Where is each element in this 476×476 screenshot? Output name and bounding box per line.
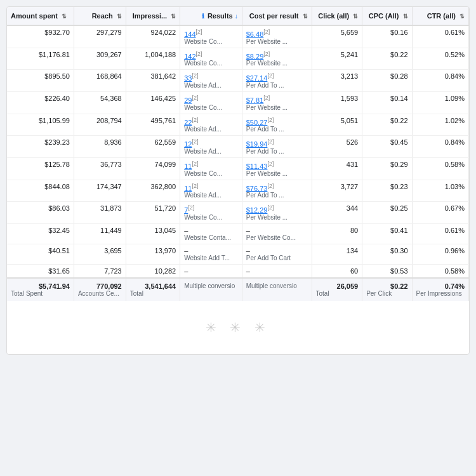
- cell-amount-0: $932.70: [7, 25, 74, 48]
- table-row: $125.78 36,773 74,099 11[2] Website Co..…: [7, 157, 469, 180]
- cost-link-6[interactable]: $11.43: [246, 162, 268, 170]
- info-icon: ℹ: [202, 13, 204, 20]
- cell-amount-10: $40.51: [7, 244, 74, 264]
- cell-ctr-7: 1.03%: [412, 180, 468, 202]
- cell-reach-10: 3,695: [74, 244, 126, 264]
- cell-cost-4: $50.27[2] Per Add To ...: [242, 114, 312, 136]
- cell-amount-6: $125.78: [7, 157, 74, 180]
- cell-results-0: 144[2] Website Co...: [180, 25, 242, 48]
- footer-amount-value: $5,741.94: [39, 282, 70, 290]
- cell-cost-5: $19.94[2] Per Add To ...: [242, 136, 312, 158]
- col-click-all[interactable]: Click (all) ⇅: [312, 7, 362, 25]
- cell-results-2: 33[2] Website Ad...: [180, 70, 242, 92]
- results-sup: [2]: [196, 29, 202, 35]
- cell-cost-3: $7.81[2] Per Website ...: [242, 91, 312, 114]
- cost-link-5[interactable]: $19.94: [246, 140, 268, 148]
- cell-cost-7: $76.73[2] Per Add To ...: [242, 180, 312, 202]
- results-link-0[interactable]: 144: [184, 30, 195, 38]
- results-sub-7: Website Ad...: [184, 192, 238, 199]
- col-results[interactable]: ℹ Results ↓: [180, 7, 242, 25]
- cell-ctr-0: 0.61%: [412, 25, 468, 48]
- cost-sub-0: Per Website ...: [246, 38, 303, 45]
- cell-amount-8: $86.03: [7, 202, 74, 224]
- cell-reach-0: 297,279: [74, 25, 126, 48]
- cell-impressions-5: 62,559: [126, 136, 180, 158]
- cell-amount-2: $895.50: [7, 70, 74, 92]
- results-link-7[interactable]: 11: [184, 184, 192, 192]
- cell-reach-1: 309,267: [74, 48, 126, 70]
- results-link-2[interactable]: 33: [184, 74, 192, 82]
- cell-cpc-8: $0.25: [362, 202, 412, 224]
- cell-clicks-1: 5,241: [312, 48, 362, 70]
- cost-sub-6: Per Website ...: [246, 170, 303, 177]
- col-amount-spent[interactable]: Amount spent ⇅: [7, 7, 74, 25]
- cell-impressions-7: 362,800: [126, 180, 180, 202]
- cell-clicks-2: 3,213: [312, 70, 362, 92]
- cost-link-8[interactable]: $12.29: [246, 206, 268, 214]
- cell-reach-9: 11,449: [74, 223, 126, 244]
- data-table: Amount spent ⇅ Reach ⇅ Impressi... ⇅ ℹ R…: [7, 7, 469, 301]
- cell-amount-9: $32.45: [7, 223, 74, 244]
- cell-ctr-4: 1.02%: [412, 114, 468, 136]
- cell-cpc-10: $0.30: [362, 244, 412, 264]
- cost-link-1[interactable]: $8.29: [246, 52, 264, 60]
- cell-clicks-10: 134: [312, 244, 362, 264]
- results-link-4[interactable]: 22: [184, 118, 192, 126]
- col-cpc-all[interactable]: CPC (All) ⇅: [362, 7, 412, 25]
- results-link-5[interactable]: 12: [184, 140, 192, 148]
- cell-impressions-10: 13,970: [126, 244, 180, 264]
- cell-clicks-0: 5,659: [312, 25, 362, 48]
- cell-clicks-7: 3,727: [312, 180, 362, 202]
- results-link-1[interactable]: 142: [184, 52, 195, 60]
- cell-results-1: 142[2] Website Co...: [180, 48, 242, 70]
- cost-link-7[interactable]: $76.73: [246, 184, 268, 192]
- cell-impressions-6: 74,099: [126, 157, 180, 180]
- footer-amount-spent: $5,741.94 Total Spent: [7, 278, 74, 301]
- cost-sup: [2]: [267, 117, 274, 123]
- cost-sup: [2]: [267, 161, 274, 167]
- cost-sup: [2]: [267, 183, 274, 189]
- results-sup: [2]: [196, 51, 202, 57]
- results-link-3[interactable]: 29: [184, 96, 192, 104]
- results-sub-2: Website Ad...: [184, 82, 238, 89]
- cell-ctr-6: 0.58%: [412, 157, 468, 180]
- cell-cpc-0: $0.16: [362, 25, 412, 48]
- cell-cost-1: $8.29[2] Per Website ...: [242, 48, 312, 70]
- cost-link-2[interactable]: $27.14: [246, 74, 268, 82]
- results-link-6[interactable]: 11: [184, 162, 192, 170]
- footer-clicks-sub: Total: [316, 290, 359, 297]
- cell-reach-8: 31,873: [74, 202, 126, 224]
- footer-reach-value: 770,092: [96, 282, 122, 290]
- cell-reach-3: 54,368: [74, 91, 126, 114]
- results-sub-3: Website Co...: [184, 104, 238, 111]
- cell-cpc-2: $0.28: [362, 70, 412, 92]
- results-sup: [2]: [192, 117, 198, 123]
- cost-link-3[interactable]: $7.81: [246, 96, 264, 104]
- results-sub-1: Website Co...: [184, 60, 238, 67]
- table-row: $1,176.81 309,267 1,004,188 142[2] Websi…: [7, 48, 469, 70]
- cell-impressions-2: 381,642: [126, 70, 180, 92]
- cell-reach-7: 174,347: [74, 180, 126, 202]
- cost-sub-5: Per Add To ...: [246, 148, 303, 155]
- footer-cpc-sub: Per Click: [366, 290, 407, 297]
- cell-clicks-8: 344: [312, 202, 362, 224]
- footer-reach-sub: Accounts Ce...: [78, 290, 122, 297]
- cost-link-0[interactable]: $6.48: [246, 30, 264, 38]
- results-sub-0: Website Co...: [184, 38, 238, 45]
- cell-impressions-1: 1,004,188: [126, 48, 180, 70]
- col-impressions[interactable]: Impressi... ⇅: [126, 7, 180, 25]
- col-reach[interactable]: Reach ⇅: [74, 7, 126, 25]
- col-cost-per-result[interactable]: Cost per result ⇅: [242, 7, 312, 25]
- cell-results-7: 11[2] Website Ad...: [180, 180, 242, 202]
- cell-reach-4: 208,794: [74, 114, 126, 136]
- cell-reach-5: 8,936: [74, 136, 126, 158]
- footer-row: $5,741.94 Total Spent 770,092 Accounts C…: [7, 278, 469, 301]
- table-body: $932.70 297,279 924,022 144[2] Website C…: [7, 25, 469, 278]
- cost-link-4[interactable]: $50.27: [246, 118, 268, 126]
- col-ctr-all[interactable]: CTR (all) ⇅: [412, 7, 468, 25]
- cell-cost-11: –: [242, 264, 312, 278]
- cell-impressions-8: 51,720: [126, 202, 180, 224]
- cell-clicks-3: 1,593: [312, 91, 362, 114]
- cell-ctr-3: 1.09%: [412, 91, 468, 114]
- col-click-label: Click (all): [318, 12, 349, 20]
